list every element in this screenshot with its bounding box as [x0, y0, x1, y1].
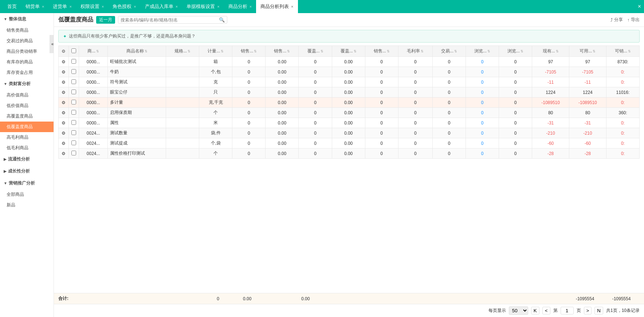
search-input[interactable]: [121, 17, 217, 23]
page-number-input[interactable]: [561, 307, 574, 314]
sidebar-item-capital-occupation[interactable]: 库存资金占用: [0, 67, 54, 78]
first-page-button[interactable]: K: [531, 307, 539, 314]
row-checkbox[interactable]: [69, 87, 79, 98]
nav-product-warehouse[interactable]: 产成品入库单 ×: [141, 0, 182, 13]
nav-template-settings[interactable]: 单据模板设置 ×: [182, 0, 224, 13]
sidebar-collapse-btn[interactable]: «: [50, 35, 54, 53]
row-checkbox[interactable]: [69, 77, 79, 87]
row-unit: 米: [199, 118, 232, 128]
sidebar-item-high-margin[interactable]: 高毛利商品: [0, 132, 54, 143]
sidebar-section-marketing[interactable]: ▼ 营销推广分析: [0, 177, 54, 189]
prev-page-button[interactable]: <: [542, 307, 550, 314]
nav-close-product-warehouse[interactable]: ×: [176, 4, 178, 9]
page-label: 第: [553, 308, 558, 314]
sidebar-section-overview[interactable]: ▼ 整体信息: [0, 13, 54, 25]
row-settings[interactable]: ⚙: [59, 148, 69, 159]
row-sales-amount: 0.00: [266, 98, 299, 108]
row-browse1[interactable]: 0: [466, 57, 499, 67]
row-settings[interactable]: ⚙: [59, 77, 69, 87]
time-filter-button[interactable]: 近一月: [96, 16, 115, 24]
row-checkbox[interactable]: [69, 67, 79, 77]
checkbox-column-header[interactable]: [69, 46, 79, 57]
nav-close-role-auth[interactable]: ×: [134, 4, 136, 9]
row-browse1[interactable]: 0: [466, 98, 499, 108]
sidebar-item-sales-goods[interactable]: 销售类商品: [0, 25, 54, 36]
row-browse1[interactable]: 0: [466, 118, 499, 128]
row-checkbox[interactable]: [69, 138, 79, 148]
sidebar-section-wealth[interactable]: ▼ 类财富分析: [0, 78, 54, 90]
info-icon: ✦: [63, 34, 67, 39]
sidebar-item-low-margin[interactable]: 低毛利商品: [0, 143, 54, 153]
share-button[interactable]: ⤴ 分享: [610, 17, 623, 23]
row-checkbox[interactable]: [69, 98, 79, 108]
sidebar-item-all-goods[interactable]: 全部商品: [0, 189, 54, 200]
sidebar-item-high-value[interactable]: 高价值商品: [0, 90, 54, 100]
row-current: 1224: [532, 87, 569, 98]
row-settings[interactable]: ⚙: [59, 87, 69, 98]
search-icon[interactable]: 🔍: [219, 17, 225, 23]
row-name: 多计量: [108, 98, 166, 108]
export-button[interactable]: ↑ 导出: [627, 17, 640, 23]
row-coverage2: 0.00: [332, 98, 365, 108]
row-settings[interactable]: ⚙: [59, 128, 69, 138]
sidebar-section-liquidity[interactable]: ▶ 流通性分析: [0, 153, 54, 165]
table-row: ⚙ 0000... 属性 米 0 0.00 0 0.00 0 0 0 0 0 -…: [59, 118, 640, 128]
nav-permissions[interactable]: 权限设置 ×: [76, 0, 108, 13]
nav-sales-order[interactable]: 销货单 ×: [21, 0, 48, 13]
sidebar-item-low-coverage[interactable]: 低覆盖度商品: [0, 122, 54, 132]
nav-home[interactable]: 首页: [3, 0, 21, 13]
nav-close-product-analysis[interactable]: ×: [250, 4, 252, 9]
window-close-button[interactable]: ×: [638, 3, 641, 10]
row-settings[interactable]: ⚙: [59, 108, 69, 118]
sidebar-item-traded-goods[interactable]: 交易过的商品: [0, 36, 54, 46]
row-sellable: 0:: [606, 128, 639, 138]
margin-column-header: 毛利率⇅: [398, 46, 432, 57]
nav-close-purchase-order[interactable]: ×: [69, 4, 71, 9]
sidebar-item-stock-goods[interactable]: 有库存的商品: [0, 57, 54, 67]
select-all-checkbox[interactable]: [71, 48, 76, 53]
row-settings[interactable]: ⚙: [59, 67, 69, 77]
nav-close-permissions[interactable]: ×: [102, 4, 104, 9]
row-browse1[interactable]: 0: [466, 108, 499, 118]
row-spec: [166, 98, 199, 108]
row-settings[interactable]: ⚙: [59, 138, 69, 148]
row-sales3: 0: [365, 57, 398, 67]
row-browse1[interactable]: 0: [466, 67, 499, 77]
table-row: ⚙ 0024... 测试提成 个,袋 0 0.00 0 0.00 0 0 0 0…: [59, 138, 640, 148]
row-browse1[interactable]: 0: [466, 87, 499, 98]
row-settings[interactable]: ⚙: [59, 98, 69, 108]
spec-column-header: 规格...⇅: [166, 46, 199, 57]
row-available: -7105: [569, 67, 606, 77]
row-browse1[interactable]: 0: [466, 148, 499, 159]
page-size-select[interactable]: 50 20 100: [509, 306, 528, 315]
nav-close-sales-order[interactable]: ×: [42, 4, 44, 9]
nav-purchase-order[interactable]: 进货单 ×: [48, 0, 76, 13]
row-settings[interactable]: ⚙: [59, 118, 69, 128]
row-coverage2: 0.00: [332, 108, 365, 118]
row-transaction: 0: [432, 108, 466, 118]
row-browse1[interactable]: 0: [466, 128, 499, 138]
nav-role-auth[interactable]: 角色授权 ×: [108, 0, 140, 13]
nav-product-analysis[interactable]: 商品分析 ×: [224, 0, 256, 13]
row-settings[interactable]: ⚙: [59, 57, 69, 67]
nav-close-product-analysis-list[interactable]: ×: [291, 4, 293, 9]
row-current: -11: [532, 77, 569, 87]
next-page-button[interactable]: >: [584, 307, 592, 314]
nav-product-analysis-list[interactable]: 商品分析列表 ×: [256, 0, 298, 13]
row-checkbox[interactable]: [69, 148, 79, 159]
sidebar-item-low-value[interactable]: 低价值商品: [0, 100, 54, 111]
row-checkbox[interactable]: [69, 118, 79, 128]
sidebar-item-high-coverage[interactable]: 高覆盖度商品: [0, 111, 54, 122]
settings-column-header[interactable]: ⚙: [59, 46, 69, 57]
row-checkbox[interactable]: [69, 108, 79, 118]
row-checkbox[interactable]: [69, 128, 79, 138]
sidebar-item-new-goods[interactable]: 新品: [0, 200, 54, 210]
row-checkbox[interactable]: [69, 57, 79, 67]
row-browse1[interactable]: 0: [466, 138, 499, 148]
last-page-button[interactable]: N: [594, 307, 603, 314]
sidebar-item-category-turnover[interactable]: 商品分类动销率: [0, 46, 54, 57]
row-browse1[interactable]: 0: [466, 77, 499, 87]
nav-close-template-settings[interactable]: ×: [217, 4, 219, 9]
table-row: ⚙ 0000... 牛奶 个,包 0 0.00 0 0.00 0 0 0 0 0…: [59, 67, 640, 77]
sidebar-section-growth[interactable]: ▶ 成长性分析: [0, 165, 54, 177]
